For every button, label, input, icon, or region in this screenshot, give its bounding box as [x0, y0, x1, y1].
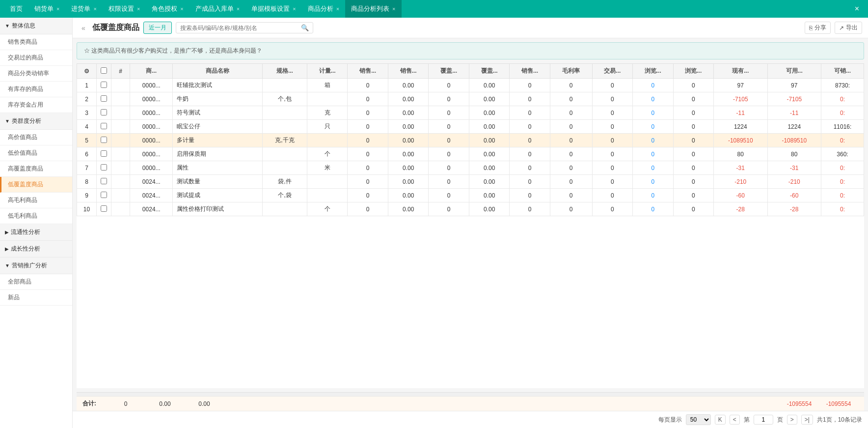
nav-analysis-list[interactable]: 商品分析列表 × — [345, 0, 401, 18]
page-next-last[interactable]: >| — [801, 415, 813, 425]
sidebar-item-high-coverage[interactable]: 高覆盖度商品 — [0, 161, 72, 177]
row-checkbox-9[interactable] — [101, 205, 107, 212]
nav-product-in[interactable]: 产成品入库单 × — [190, 0, 245, 18]
row-checkbox-0[interactable] — [101, 82, 107, 88]
nav-role[interactable]: 角色授权 × — [146, 0, 189, 18]
cell-unit: 只 — [307, 120, 347, 134]
sidebar-section-liquidity[interactable]: ▶ 流通性分析 — [0, 224, 72, 241]
close-permission-icon[interactable]: × — [137, 6, 140, 12]
share-button[interactable]: ⎘ 分享 — [805, 22, 831, 34]
horizontal-scrollbar[interactable] — [77, 392, 864, 396]
close-template-icon[interactable]: × — [293, 6, 296, 12]
nav-permission[interactable]: 权限设置 × — [103, 0, 146, 18]
arrow-class-icon: ▼ — [5, 118, 10, 124]
table-container[interactable]: ⚙ # 商... 商品名称 规格... 计量... 销售... 销售... 覆盖… — [77, 63, 864, 388]
nav-purchase[interactable]: 进货单 × — [65, 0, 102, 18]
sidebar-item-low-coverage[interactable]: 低覆盖度商品 — [0, 177, 72, 193]
browse-link[interactable]: 0 — [651, 110, 654, 116]
nav-sales[interactable]: 销货单 × — [28, 0, 65, 18]
browse-link[interactable]: 0 — [651, 206, 654, 213]
settings-icon[interactable]: ⚙ — [84, 68, 89, 75]
collapse-sidebar-button[interactable]: « — [79, 23, 88, 33]
sidebar-item-sales-goods[interactable]: 销售类商品 — [0, 34, 72, 50]
cell-name: 属性价格打印测试 — [173, 202, 263, 216]
browse-link[interactable]: 0 — [651, 82, 654, 89]
browse-link[interactable]: 0 — [651, 137, 654, 144]
sidebar-section-marketing[interactable]: ▼ 营销推广分析 — [0, 257, 72, 274]
main-layout: ▼ 整体信息 销售类商品 交易过的商品 商品分类动销率 有库存的商品 库存资金占… — [0, 18, 868, 428]
sidebar-item-traded-goods[interactable]: 交易过的商品 — [0, 50, 72, 66]
cell-unit: 克 — [307, 106, 347, 120]
cell-cover2: 0.00 — [469, 202, 509, 216]
th-available: 可用... — [767, 64, 821, 79]
page-of-label: 页 — [777, 416, 783, 424]
per-page-select[interactable]: 50 20 100 — [686, 414, 711, 425]
browse-link[interactable]: 0 — [651, 123, 654, 130]
th-code: 商... — [130, 64, 173, 79]
sidebar-item-new-goods[interactable]: 新品 — [0, 290, 72, 306]
sidebar-item-low-value[interactable]: 低价值商品 — [0, 145, 72, 161]
cell-cover2: 0.00 — [469, 92, 509, 106]
cell-margin: 0 — [550, 134, 592, 147]
cell-spec — [262, 120, 307, 134]
window-close-button[interactable]: × — [850, 4, 864, 13]
cell-browse2: 0 — [673, 92, 713, 106]
table-row: 1 0000... 旺辅批次测试 箱 0 0.00 0 0.00 0 0 0 0… — [77, 79, 864, 92]
cell-code: 0024... — [130, 189, 173, 202]
sidebar-item-all-goods[interactable]: 全部商品 — [0, 274, 72, 290]
sidebar-item-stock-funds[interactable]: 库存资金占用 — [0, 97, 72, 113]
nav-template[interactable]: 单据模板设置 × — [245, 0, 301, 18]
sidebar-item-high-margin[interactable]: 高毛利商品 — [0, 193, 72, 208]
row-checkbox-4[interactable] — [101, 137, 107, 143]
row-checkbox-8[interactable] — [101, 192, 107, 198]
row-checkbox-3[interactable] — [101, 123, 107, 129]
browse-link[interactable]: 0 — [651, 165, 654, 171]
search-input[interactable] — [180, 25, 301, 31]
close-role-icon[interactable]: × — [180, 6, 183, 12]
page-number-input[interactable] — [754, 415, 773, 425]
sidebar-section-overall[interactable]: ▼ 整体信息 — [0, 18, 72, 34]
th-browse2: 浏览... — [673, 64, 713, 79]
th-sales1: 销售... — [348, 64, 388, 79]
cell-cover1: 0 — [429, 202, 469, 216]
browse-link[interactable]: 0 — [651, 151, 654, 158]
content-area: « 低覆盖度商品 近一月 🔍 ⎘ 分享 ↗ 导出 ☆ 这类商品只有很少客户购买过… — [73, 18, 868, 428]
row-checkbox-5[interactable] — [101, 150, 107, 157]
cell-browse2: 0 — [673, 147, 713, 161]
nav-analysis[interactable]: 商品分析 × — [302, 0, 345, 18]
page-prev-first[interactable]: K — [715, 415, 726, 425]
search-box: 🔍 — [176, 22, 313, 33]
th-margin: 毛利率 — [550, 64, 592, 79]
cell-check — [97, 202, 111, 216]
close-sales-icon[interactable]: × — [56, 6, 59, 12]
sidebar-item-category-rate[interactable]: 商品分类动销率 — [0, 66, 72, 82]
sidebar-item-in-stock[interactable]: 有库存的商品 — [0, 82, 72, 97]
sidebar-section-class-analysis[interactable]: ▼ 类群度分析 — [0, 113, 72, 130]
cell-sellable: 0: — [821, 134, 864, 147]
page-next[interactable]: > — [787, 415, 797, 425]
close-analysis-icon[interactable]: × — [336, 6, 339, 12]
page-prev[interactable]: < — [730, 415, 740, 425]
export-button[interactable]: ↗ 导出 — [835, 22, 862, 34]
row-checkbox-7[interactable] — [101, 178, 107, 184]
filter-recent-month-button[interactable]: 近一月 — [143, 22, 172, 34]
select-all-checkbox[interactable] — [101, 67, 107, 74]
close-analysis-list-icon[interactable]: × — [392, 6, 395, 12]
sidebar-item-low-margin[interactable]: 低毛利商品 — [0, 208, 72, 224]
close-purchase-icon[interactable]: × — [93, 6, 96, 12]
sidebar-section-growth[interactable]: ▶ 成长性分析 — [0, 241, 72, 257]
cell-num: 4 — [77, 120, 97, 134]
cell-check — [97, 92, 111, 106]
row-checkbox-1[interactable] — [101, 95, 107, 102]
row-checkbox-6[interactable] — [101, 164, 107, 171]
close-product-in-icon[interactable]: × — [237, 6, 240, 12]
row-checkbox-2[interactable] — [101, 109, 107, 115]
cell-browse1: 0 — [633, 79, 673, 92]
browse-link[interactable]: 0 — [651, 192, 654, 199]
nav-home[interactable]: 首页 — [4, 0, 28, 18]
sidebar-item-high-value[interactable]: 高价值商品 — [0, 130, 72, 145]
th-settings[interactable]: ⚙ — [77, 64, 97, 79]
browse-link[interactable]: 0 — [651, 178, 654, 185]
browse-link[interactable]: 0 — [651, 96, 654, 103]
search-icon[interactable]: 🔍 — [301, 24, 309, 31]
